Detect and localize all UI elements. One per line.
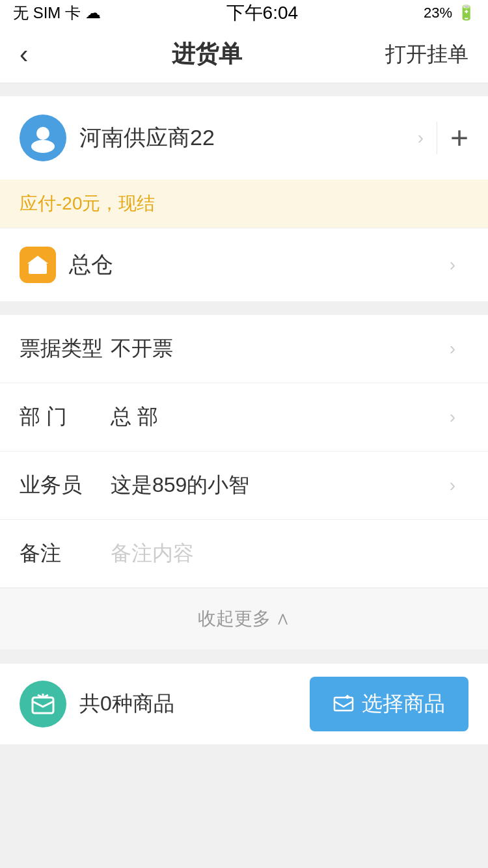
select-product-label: 选择商品 (362, 690, 445, 718)
open-pending-button[interactable]: 打开挂单 (385, 40, 468, 69)
status-bar-time: 下午6:04 (226, 1, 299, 25)
svg-point-1 (31, 140, 55, 153)
salesperson-label: 业务员 (20, 471, 111, 500)
svg-marker-3 (27, 256, 48, 264)
add-supplier-button[interactable]: + (450, 122, 468, 154)
status-bar-left: 无 SIM 卡 ☁ (13, 3, 101, 23)
section-gap-2 (0, 301, 488, 314)
status-bar-right: 23% 🔋 (424, 5, 475, 21)
section-gap-1 (0, 83, 488, 96)
back-button[interactable]: ‹ (20, 40, 28, 69)
svg-point-0 (36, 127, 49, 140)
warehouse-chevron-icon: › (450, 254, 455, 275)
section-gap-3 (0, 649, 488, 662)
nav-title: 进货单 (172, 38, 242, 70)
department-label: 部 门 (20, 403, 111, 431)
invoice-type-chevron-icon: › (450, 338, 455, 359)
supplier-section: 河南供应商22 › + 应付-20元，现结 总仓 › (0, 96, 488, 301)
remark-input[interactable]: 备注内容 (111, 539, 468, 568)
bottom-bar: 共0种商品 选择商品 (0, 664, 488, 744)
signal-text: 无 SIM 卡 ☁ (13, 3, 101, 23)
status-bar: 无 SIM 卡 ☁ 下午6:04 23% 🔋 (0, 0, 488, 26)
remark-row[interactable]: 备注 备注内容 (0, 519, 488, 588)
form-section: 票据类型 不开票 › 部 门 总 部 › 业务员 这是859的小智 › 备注 备… (0, 314, 488, 649)
battery-text: 23% (424, 5, 452, 21)
svg-rect-4 (34, 267, 41, 274)
supplier-name: 河南供应商22 (79, 123, 418, 153)
product-count: 共0种商品 (79, 690, 310, 718)
salesperson-chevron-icon: › (450, 475, 455, 496)
invoice-type-label: 票据类型 (20, 334, 111, 363)
svg-rect-9 (334, 698, 353, 711)
select-product-button[interactable]: 选择商品 (310, 677, 468, 731)
product-icon-wrap (20, 681, 66, 727)
supplier-row[interactable]: 河南供应商22 › + (0, 96, 488, 180)
invoice-type-value: 不开票 (111, 334, 450, 363)
supplier-avatar (20, 115, 66, 161)
warehouse-row[interactable]: 总仓 › (0, 228, 488, 301)
nav-bar: ‹ 进货单 打开挂单 (0, 26, 488, 83)
warehouse-icon (20, 247, 56, 283)
department-chevron-icon: › (450, 407, 455, 427)
notice-bar: 应付-20元，现结 (0, 180, 488, 228)
salesperson-value: 这是859的小智 (111, 471, 450, 500)
warehouse-name: 总仓 (69, 250, 450, 280)
department-value: 总 部 (111, 403, 450, 431)
vertical-divider (437, 122, 437, 154)
svg-rect-5 (33, 698, 53, 713)
collapse-label: 收起更多 ∧ (198, 606, 291, 631)
supplier-chevron-icon: › (418, 128, 424, 148)
remark-label: 备注 (20, 539, 111, 568)
salesperson-row[interactable]: 业务员 这是859的小智 › (0, 451, 488, 519)
collapse-row[interactable]: 收起更多 ∧ (0, 588, 488, 649)
department-row[interactable]: 部 门 总 部 › (0, 383, 488, 451)
battery-icon: 🔋 (457, 5, 475, 21)
invoice-type-row[interactable]: 票据类型 不开票 › (0, 314, 488, 383)
